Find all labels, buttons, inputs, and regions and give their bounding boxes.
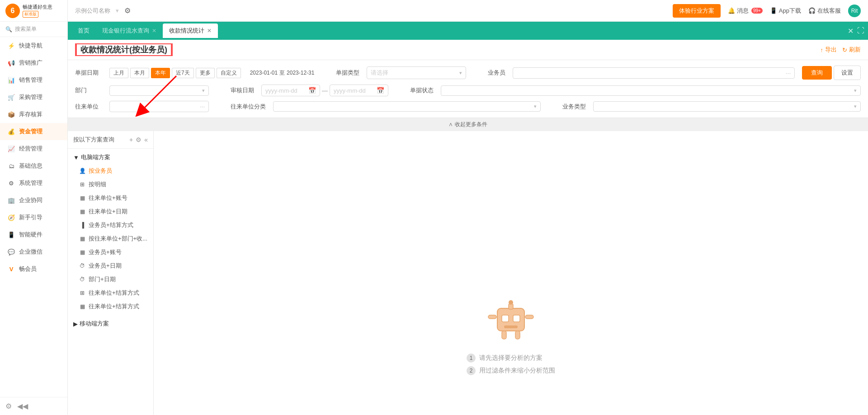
app-download-label: App下载 — [779, 7, 801, 15]
refresh-btn[interactable]: ↻ 刷新 — [842, 46, 861, 54]
business-type-select[interactable]: ▾ — [593, 101, 861, 112]
date-btn-custom[interactable]: 自定义 — [217, 68, 241, 78]
date-btn-more[interactable]: 更多 — [196, 68, 215, 78]
sidebar-item-purchase[interactable]: 🛒 采购管理 — [0, 89, 67, 106]
tip-num-1: 1 — [467, 354, 476, 363]
tab-receipt-stats-close[interactable]: ✕ — [207, 28, 212, 34]
scheme-item-counterpart-dept[interactable]: ▦ 按往来单位+部门+收... — [68, 232, 153, 245]
dept-select[interactable]: ▾ — [109, 85, 209, 96]
doc-type-label: 单据类型 — [336, 69, 359, 77]
tab-receipt-stats[interactable]: 收款情况统计 ✕ — [163, 24, 218, 38]
scheme-item-counterpart-dept-label: 按往来单位+部门+收... — [89, 235, 147, 243]
user-avatar-area[interactable]: Rit — [848, 5, 861, 17]
grid-icon-2: ⊞ — [79, 289, 86, 297]
svg-rect-8 — [502, 331, 506, 339]
doc-status-select[interactable]: ▾ — [441, 85, 861, 96]
message-item[interactable]: 🔔 消息 99+ — [728, 7, 763, 15]
clock-icon-1: ⏱ — [79, 262, 86, 269]
trial-btn[interactable]: 体验行业方案 — [673, 4, 721, 18]
tip-text-1: 请先选择要分析的方案 — [479, 354, 542, 362]
sidebar-item-finance[interactable]: 💰 资金管理 — [0, 123, 67, 140]
search-label: 搜索菜单 — [15, 25, 37, 33]
counterpart-category-select[interactable]: ▾ — [273, 101, 541, 112]
salesman-select[interactable]: ··· — [513, 67, 795, 79]
scheme-item-salesman-settlement[interactable]: ▐ 业务员+结算方式 — [68, 218, 153, 232]
logo-area: 6 畅捷通好生意 标准版 — [0, 0, 67, 22]
scheme-item-salesman-date[interactable]: ⏱ 业务员+日期 — [68, 259, 153, 273]
calendar-from-icon: 📅 — [308, 87, 316, 94]
collapse-bar[interactable]: ∧ 收起更多条件 — [68, 118, 868, 131]
sidebar-item-vip[interactable]: V 畅会员 — [0, 260, 67, 278]
dept-label: 部门 — [75, 86, 102, 94]
scheme-item-counterpart-account[interactable]: ▦ 往来单位+账号 — [68, 191, 153, 205]
sidebar-item-operations[interactable]: 📈 经营管理 — [0, 140, 67, 157]
scheme-item-counterpart-settlement2[interactable]: ▦ 往来单位+结算方式 — [68, 300, 153, 313]
empty-tip-1: 1 请先选择要分析的方案 — [467, 354, 555, 363]
topbar-gear-icon[interactable]: ⚙ — [124, 6, 131, 15]
search-menu-item[interactable]: 🔍 搜索菜单 — [0, 22, 67, 37]
sidebar-item-enterprise[interactable]: 🏢 企业协同 — [0, 192, 67, 209]
scheme-panel-header: 按以下方案查询 + ⚙ « — [68, 131, 153, 149]
scheme-settings-icon[interactable]: ⚙ — [136, 136, 142, 143]
tab-close-all-icon[interactable]: ✕ — [848, 27, 854, 35]
scheme-item-salesman-account[interactable]: ▦ 业务员+账号 — [68, 245, 153, 259]
collapse-sidebar-icon[interactable]: ◀◀ — [17, 402, 28, 410]
sidebar-item-system[interactable]: ⚙ 系统管理 — [0, 174, 67, 192]
counterpart-select[interactable]: ··· — [109, 101, 209, 112]
sidebar-item-guide[interactable]: 🧭 新手引导 — [0, 209, 67, 226]
tab-bank-flow-close[interactable]: ✕ — [152, 28, 156, 34]
vip-icon: V — [7, 265, 15, 273]
sidebar-item-hardware[interactable]: 📱 智能硬件 — [0, 226, 67, 243]
online-service-item[interactable]: 🎧 在线客服 — [808, 7, 841, 15]
tab-bank-flow[interactable]: 现金银行流水查询 ✕ — [96, 24, 163, 38]
purchase-icon: 🛒 — [7, 93, 15, 101]
review-date-from[interactable]: yyyy-mm-dd 📅 — [261, 85, 320, 96]
scheme-group-desktop-title[interactable]: ▼ 电脑端方案 — [68, 151, 153, 164]
settings-footer-icon[interactable]: ⚙ — [5, 402, 12, 410]
message-badge: 99+ — [751, 8, 763, 14]
date-btn-this-month[interactable]: 本月 — [130, 68, 149, 78]
date-btn-this-year[interactable]: 本年 — [151, 68, 170, 78]
empty-tip-2: 2 用过滤条件来缩小分析范围 — [467, 366, 555, 375]
scheme-item-dept-date[interactable]: ⏱ 部门+日期 — [68, 273, 153, 286]
sidebar-item-marketing[interactable]: 📢 营销推广 — [0, 54, 67, 71]
doc-status-label: 单据状态 — [410, 86, 434, 94]
sidebar-item-basic[interactable]: 🗂 基础信息 — [0, 157, 67, 174]
tab-receipt-stats-label: 收款情况统计 — [169, 27, 204, 35]
query-btn[interactable]: 查询 — [802, 66, 832, 80]
sidebar-item-wechat[interactable]: 💬 企业微信 — [0, 243, 67, 260]
filter-panel: 单据日期 上月 本月 本年 近7天 更多 自定义 2023-01-01 至 20… — [68, 60, 868, 118]
scheme-item-counterpart-date[interactable]: ▦ 往来单位+日期 — [68, 205, 153, 218]
scheme-add-icon[interactable]: + — [129, 136, 133, 143]
refresh-label: 刷新 — [849, 46, 861, 54]
svg-rect-2 — [513, 315, 520, 322]
sidebar-item-sales[interactable]: 📊 销售管理 — [0, 71, 67, 89]
settings-btn[interactable]: 设置 — [834, 66, 861, 80]
tab-fullscreen-icon[interactable]: ⛶ — [857, 27, 864, 35]
sidebar-label-enterprise: 企业协同 — [19, 196, 42, 204]
svg-point-5 — [509, 300, 513, 305]
sidebar-item-quick-nav[interactable]: ⚡ 快捷导航 — [0, 37, 67, 54]
enterprise-icon: 🏢 — [7, 196, 15, 204]
tab-home[interactable]: 首页 — [71, 27, 96, 35]
doc-type-select[interactable]: 请选择 ▾ — [367, 66, 466, 79]
sidebar-label-system: 系统管理 — [19, 179, 42, 187]
table-icon-3: ▦ — [79, 235, 86, 242]
scheme-item-counterpart-settlement1[interactable]: ⊞ 往来单位+结算方式 — [68, 286, 153, 300]
date-btn-last-month[interactable]: 上月 — [109, 68, 128, 78]
review-date-to[interactable]: yyyy-mm-dd 📅 — [330, 85, 388, 96]
scheme-collapse-icon[interactable]: « — [144, 136, 148, 143]
scheme-group-mobile-title[interactable]: ▶ 移动端方案 — [68, 317, 153, 330]
sidebar-label-sales: 销售管理 — [19, 76, 42, 84]
counterpart-label: 往来单位 — [75, 103, 102, 111]
sidebar-label-quick-nav: 快捷导航 — [19, 42, 42, 50]
app-download-item[interactable]: 📱 App下载 — [770, 7, 801, 15]
scheme-item-by-detail[interactable]: ⊞ 按明细 — [68, 178, 153, 191]
sidebar-label-marketing: 营销推广 — [19, 59, 42, 67]
export-btn[interactable]: ↑ 导出 — [821, 46, 837, 54]
sidebar-item-inventory[interactable]: 📦 库存核算 — [0, 106, 67, 123]
svg-rect-9 — [515, 331, 520, 339]
content-area: 按以下方案查询 + ⚙ « ▼ 电脑端方案 👤 按业务员 — [68, 131, 868, 415]
scheme-item-by-salesman[interactable]: 👤 按业务员 — [68, 164, 153, 178]
date-btn-7days[interactable]: 近7天 — [172, 68, 194, 78]
